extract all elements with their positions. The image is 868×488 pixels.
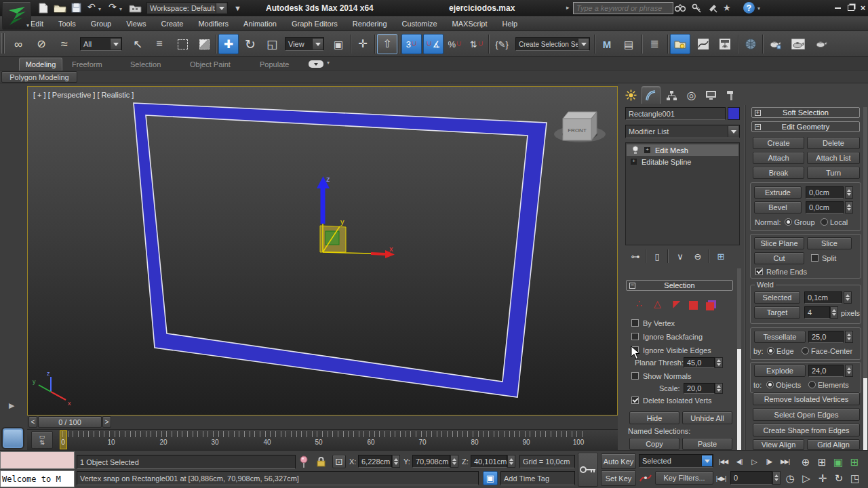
time-slider-track[interactable]: [27, 415, 618, 429]
subobject-vertex-icon[interactable]: ∴: [636, 298, 642, 309]
y-coord-field[interactable]: 70,908cm: [412, 455, 450, 468]
scene-explorer-toggle-icon[interactable]: [670, 34, 690, 54]
track-bar[interactable]: 0 10 20 30 40 50 60 70 80 90 100 ▭ ⇅: [27, 429, 618, 450]
set-key-button[interactable]: Set Key: [601, 470, 636, 486]
modifier-stack[interactable]: + Edit Mesh + Editable Spline: [625, 142, 740, 245]
tab-populate[interactable]: Populate: [260, 60, 289, 68]
selection-filter-dropdown[interactable]: All: [80, 37, 122, 51]
tessellate-spinner[interactable]: [845, 331, 853, 343]
collapse-icon[interactable]: [755, 124, 761, 130]
search-binoculars-icon[interactable]: [675, 3, 686, 14]
z-coord-spinner[interactable]: [507, 455, 515, 468]
rendered-frame-window-icon[interactable]: [765, 34, 785, 54]
zoom-all-icon[interactable]: ⊞: [815, 455, 829, 468]
align-icon[interactable]: ▤: [618, 34, 639, 54]
select-and-scale-icon[interactable]: ◱: [262, 34, 282, 54]
tab-modify[interactable]: [642, 86, 660, 104]
tab-create[interactable]: [622, 87, 640, 104]
cut-button[interactable]: Cut: [754, 252, 804, 264]
favorites-star-icon[interactable]: ★: [723, 3, 731, 13]
hide-button[interactable]: Hide: [629, 411, 679, 424]
undo-flyout-icon[interactable]: ▾: [98, 6, 101, 12]
show-normals-checkbox[interactable]: [631, 372, 639, 380]
use-pivot-center-icon[interactable]: ▣: [328, 34, 349, 54]
layer-manager-icon[interactable]: ≣: [644, 34, 665, 54]
delete-button[interactable]: Delete: [807, 137, 860, 149]
minimize-button[interactable]: [833, 3, 843, 12]
menu-tools[interactable]: Tools: [57, 20, 77, 28]
menu-rendering[interactable]: Rendering: [351, 20, 389, 28]
new-key-mode-icon[interactable]: [639, 472, 652, 485]
viewport[interactable]: [ + ] [ Perspective ] [ Realistic ] z y …: [27, 86, 618, 415]
explode-spinner[interactable]: [845, 365, 853, 377]
redo-flyout-icon[interactable]: ▾: [119, 6, 122, 12]
menu-graph-editors[interactable]: Graph Editors: [290, 20, 339, 28]
tessellate-edge-radio[interactable]: [767, 347, 774, 354]
turn-button[interactable]: Turn: [807, 167, 860, 179]
gizmo-z-arrow-shaft[interactable]: [321, 187, 326, 224]
time-configuration-icon[interactable]: ◷: [783, 472, 797, 485]
expand-box-icon[interactable]: +: [644, 147, 650, 153]
view-align-button[interactable]: View Align: [753, 439, 804, 450]
edit-named-selection-sets-icon[interactable]: {✎}: [491, 34, 513, 54]
set-keys-button[interactable]: [578, 453, 598, 487]
normal-local-radio[interactable]: [821, 218, 828, 226]
tab-object-paint[interactable]: Object Paint: [190, 60, 231, 68]
play-button[interactable]: ▷: [748, 455, 760, 468]
menu-animation[interactable]: Animation: [242, 20, 278, 28]
object-name-field[interactable]: Rectangle001: [625, 107, 726, 120]
menu-modifiers[interactable]: Modifiers: [197, 20, 230, 28]
maxscript-listener-pane[interactable]: Welcome to M: [0, 470, 75, 487]
bevel-field[interactable]: 0,0cm: [806, 201, 844, 214]
explode-objects-radio[interactable]: [766, 381, 774, 388]
tab-freeform[interactable]: Freeform: [72, 60, 102, 68]
schematic-view-icon[interactable]: [715, 34, 735, 54]
copy-button[interactable]: Copy: [629, 438, 679, 450]
select-object-icon[interactable]: ↖: [127, 34, 148, 54]
menu-group[interactable]: Group: [90, 20, 113, 28]
render-production-icon[interactable]: [788, 34, 808, 54]
grid-align-button[interactable]: Grid Align: [807, 439, 860, 450]
weld-selected-field[interactable]: 0,1cm: [804, 291, 842, 304]
scrollbar-thumb[interactable]: [863, 378, 867, 450]
bind-to-spacewarp-icon[interactable]: ≈: [54, 34, 75, 54]
reference-coordinate-dropdown[interactable]: View: [285, 37, 324, 51]
isolate-toggle-button[interactable]: ▣: [483, 471, 498, 485]
menu-customize[interactable]: Customize: [401, 20, 439, 28]
refine-ends-checkbox[interactable]: [755, 268, 763, 275]
x-coord-field[interactable]: 6,228cm: [358, 455, 392, 468]
select-and-link-icon[interactable]: ∞: [8, 34, 28, 54]
restore-button[interactable]: [846, 3, 856, 12]
select-open-edges-button[interactable]: Select Open Edges: [753, 408, 860, 421]
render-iterative-icon[interactable]: [811, 34, 831, 54]
toolbar-flyout-icon[interactable]: ▼: [234, 4, 241, 12]
select-and-rotate-icon[interactable]: ↻: [240, 34, 260, 54]
scrollbar-thumb[interactable]: [737, 349, 741, 450]
slice-plane-button[interactable]: Slice Plane: [754, 237, 804, 249]
help-flyout-icon[interactable]: ▾: [757, 5, 760, 12]
zoom-icon[interactable]: ⊕: [799, 455, 812, 468]
subobject-face-icon[interactable]: ◤: [673, 298, 680, 309]
mirror-icon[interactable]: M: [597, 34, 617, 54]
select-and-manipulate-icon[interactable]: ✛: [353, 34, 373, 54]
viewport-layout-tabs-button[interactable]: [1, 427, 24, 449]
weld-target-spinner[interactable]: [830, 306, 838, 319]
extrude-button[interactable]: Extrude: [754, 186, 802, 199]
curve-editor-icon[interactable]: [693, 34, 713, 54]
current-frame-field[interactable]: 0: [730, 471, 772, 485]
key-set-dropdown[interactable]: Selected: [639, 454, 713, 468]
stack-item-editable-spline[interactable]: + Editable Spline: [627, 156, 738, 167]
modifier-list-dropdown[interactable]: Modifier List: [625, 125, 740, 138]
menu-views[interactable]: Views: [125, 20, 147, 28]
menu-maxscript[interactable]: MAXScript: [451, 20, 489, 28]
select-and-move-icon[interactable]: ✚: [218, 34, 239, 54]
rectangular-selection-region-icon[interactable]: [172, 34, 193, 54]
menu-help[interactable]: Help: [501, 20, 519, 28]
remove-modifier-icon[interactable]: ⊖: [690, 249, 705, 263]
lightbulb-icon[interactable]: [632, 146, 639, 155]
unhide-all-button[interactable]: Unhide All: [682, 411, 732, 424]
tab-utilities[interactable]: [722, 87, 740, 104]
stack-item-edit-mesh[interactable]: + Edit Mesh: [627, 144, 738, 156]
break-button[interactable]: Break: [753, 167, 804, 179]
planar-thresh-field[interactable]: 45,0: [684, 357, 715, 368]
